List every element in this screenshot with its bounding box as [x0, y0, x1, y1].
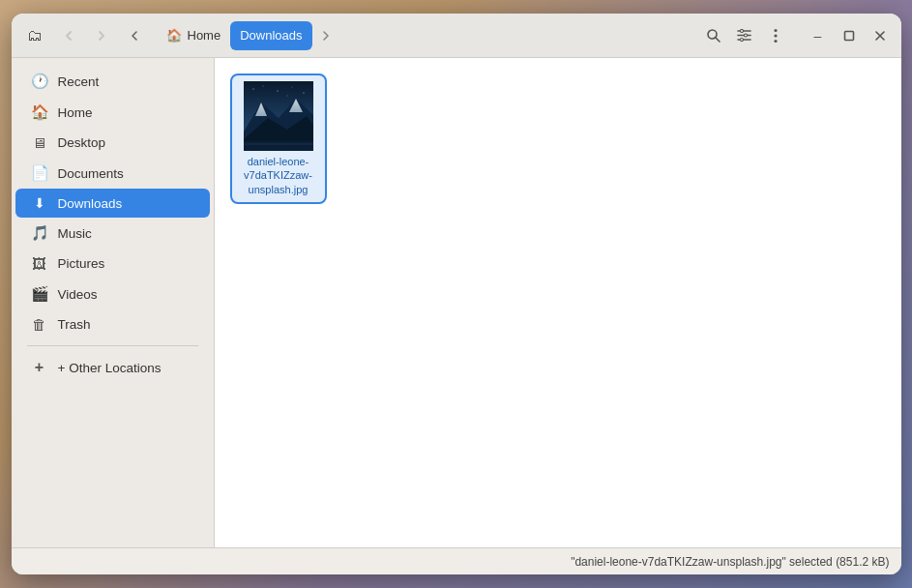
status-text: "daniel-leone-v7daTKIZzaw-unsplash.jpg" …	[571, 555, 889, 569]
more-options-icon	[774, 28, 778, 44]
back-icon	[63, 30, 74, 42]
titlebar: 🗂 🏠 Home Downloads	[12, 14, 901, 58]
sidebar-item-music[interactable]: 🎵 Music	[15, 218, 210, 249]
home-breadcrumb-icon: 🏠	[166, 28, 182, 43]
search-icon	[706, 28, 721, 43]
minimize-button[interactable]: –	[805, 22, 832, 49]
home-breadcrumb-button[interactable]: 🏠 Home	[157, 21, 231, 50]
svg-point-9	[774, 34, 777, 37]
sidebar-item-other-locations[interactable]: + + Other Locations	[15, 352, 210, 383]
more-options-button[interactable]	[762, 22, 789, 49]
sidebar-item-home[interactable]: 🏠 Home	[15, 97, 210, 128]
close-button[interactable]	[867, 22, 894, 49]
file-grid: daniel-leone-v7daTKIZzaw-unsplash.jpg	[230, 74, 886, 204]
sidebar: 🕐 Recent 🏠 Home 🖥 Desktop 📄 Documents ⬇ …	[12, 58, 215, 547]
forward-button[interactable]	[87, 21, 116, 50]
file-item-daniel-leone[interactable]: daniel-leone-v7daTKIZzaw-unsplash.jpg	[230, 74, 327, 204]
close-icon	[874, 30, 886, 42]
downloads-breadcrumb-button[interactable]: Downloads	[230, 21, 311, 50]
recent-icon: 🕐	[31, 73, 48, 90]
sidebar-item-desktop-label: Desktop	[58, 135, 106, 150]
sidebar-item-videos[interactable]: 🎬 Videos	[15, 279, 210, 309]
svg-point-16	[262, 86, 263, 87]
sidebar-item-pictures-label: Pictures	[58, 256, 105, 271]
home-breadcrumb-label: Home	[188, 28, 221, 43]
file-thumbnail	[244, 81, 313, 151]
maximize-button[interactable]	[836, 22, 863, 49]
file-manager-icon-button[interactable]: 🗂	[19, 20, 50, 51]
thumbnail-svg	[244, 81, 313, 151]
svg-rect-27	[244, 143, 313, 145]
sidebar-item-music-label: Music	[58, 226, 92, 241]
svg-point-6	[745, 34, 748, 37]
file-item-label: daniel-leone-v7daTKIZzaw-unsplash.jpg	[238, 155, 319, 196]
sidebar-item-pictures[interactable]: 🖼 Pictures	[15, 249, 210, 279]
sidebar-item-videos-label: Videos	[58, 287, 98, 302]
desktop-icon: 🖥	[31, 134, 48, 151]
svg-point-20	[257, 99, 258, 100]
breadcrumb-expand-icon	[321, 30, 331, 42]
home-icon: 🏠	[31, 103, 48, 121]
svg-point-21	[286, 96, 287, 97]
svg-point-18	[291, 87, 292, 88]
view-options-icon	[737, 29, 751, 42]
breadcrumb: 🏠 Home Downloads	[157, 21, 692, 50]
maximize-icon	[843, 30, 855, 42]
sidebar-item-trash[interactable]: 🗑 Trash	[15, 309, 210, 339]
breadcrumb-expand-button[interactable]	[312, 22, 339, 49]
content-area: 🕐 Recent 🏠 Home 🖥 Desktop 📄 Documents ⬇ …	[12, 58, 901, 547]
svg-point-15	[252, 89, 253, 90]
svg-line-1	[716, 38, 720, 42]
svg-point-7	[741, 39, 744, 42]
svg-point-10	[774, 39, 777, 42]
svg-rect-11	[844, 31, 853, 40]
titlebar-right-controls	[700, 22, 789, 49]
sidebar-item-downloads-label: Downloads	[58, 196, 123, 211]
sidebar-item-desktop[interactable]: 🖥 Desktop	[15, 128, 210, 158]
back-button[interactable]	[54, 21, 83, 50]
svg-rect-26	[244, 141, 313, 151]
sidebar-item-other-locations-label: + Other Locations	[58, 361, 162, 375]
status-bar: "daniel-leone-v7daTKIZzaw-unsplash.jpg" …	[12, 547, 901, 574]
sidebar-item-home-label: Home	[58, 105, 93, 120]
forward-icon	[96, 30, 107, 42]
sidebar-divider	[27, 345, 198, 346]
sidebar-item-recent[interactable]: 🕐 Recent	[15, 66, 210, 97]
sidebar-item-documents-label: Documents	[58, 166, 124, 181]
minimize-icon: –	[814, 28, 822, 44]
folder-icon: 🗂	[27, 27, 43, 44]
pictures-icon: 🖼	[31, 255, 48, 272]
svg-point-5	[741, 30, 744, 33]
downloads-icon: ⬇	[31, 195, 48, 211]
music-icon: 🎵	[31, 224, 48, 242]
sidebar-item-documents[interactable]: 📄 Documents	[15, 158, 210, 189]
trash-icon: 🗑	[31, 316, 48, 333]
history-prev-button[interactable]	[120, 21, 149, 50]
history-prev-icon	[130, 30, 139, 42]
documents-icon: 📄	[31, 164, 48, 182]
sidebar-item-recent-label: Recent	[58, 74, 100, 89]
other-locations-icon: +	[31, 359, 48, 376]
svg-point-8	[774, 28, 777, 31]
search-button[interactable]	[700, 22, 727, 49]
svg-point-17	[277, 91, 278, 92]
videos-icon: 🎬	[31, 285, 48, 303]
sidebar-item-trash-label: Trash	[58, 317, 91, 332]
svg-point-19	[303, 93, 304, 94]
sidebar-item-downloads[interactable]: ⬇ Downloads	[15, 189, 210, 218]
view-options-button[interactable]	[731, 22, 758, 49]
downloads-breadcrumb-label: Downloads	[240, 28, 302, 43]
main-file-area: daniel-leone-v7daTKIZzaw-unsplash.jpg	[215, 58, 901, 547]
file-manager-window: 🗂 🏠 Home Downloads	[12, 14, 901, 574]
